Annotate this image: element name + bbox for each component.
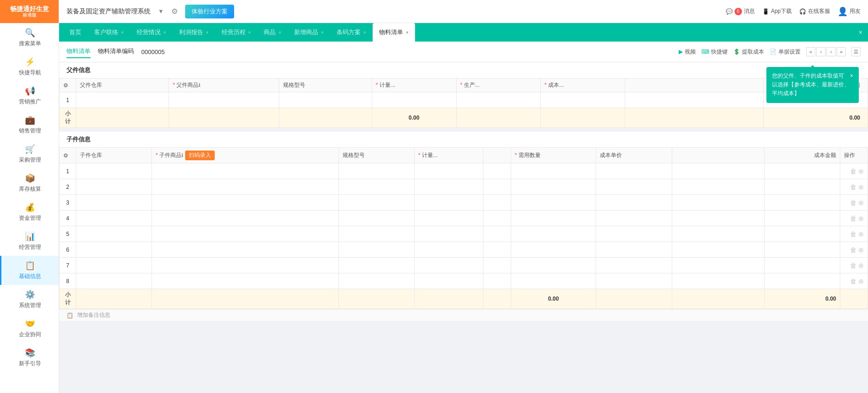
child-row-5-unit-price[interactable] (596, 226, 672, 242)
child-row-3-quantity[interactable] (511, 195, 596, 211)
delete-row-4-button[interactable]: 🗑 (850, 215, 856, 222)
parent-row-1-production[interactable] (456, 92, 541, 108)
sub-tab-bom-code[interactable]: 物料清单编码 (98, 45, 134, 58)
page-first-button[interactable]: « (806, 47, 815, 56)
sidebar-item-guide[interactable]: 📚 新手引导 (0, 343, 59, 372)
copy-row-1-button[interactable]: ⊕ (858, 168, 864, 175)
tab-barcode-close[interactable]: × (363, 30, 366, 35)
child-row-4-warehouse[interactable] (76, 211, 152, 226)
sidebar-item-system[interactable]: ⚙️ 系统管理 (0, 285, 59, 314)
child-row-2-warehouse[interactable] (76, 179, 152, 195)
delete-row-3-button[interactable]: 🗑 (850, 199, 856, 206)
child-row-2-unit-price[interactable] (596, 179, 672, 195)
child-row-8-unit[interactable] (414, 273, 483, 289)
tab-operations-status[interactable]: 经营情况 × (130, 23, 173, 42)
parent-col-settings[interactable]: ⚙ (60, 79, 76, 92)
child-row-8-warehouse[interactable] (76, 273, 152, 289)
copy-row-7-button[interactable]: ⊕ (858, 262, 864, 269)
shortcut-button[interactable]: ⌨ 快捷键 (701, 48, 728, 56)
sidebar-item-inventory[interactable]: 📦 库存核算 (0, 169, 59, 198)
child-row-1-spec[interactable] (338, 163, 414, 179)
child-row-6-quantity[interactable] (511, 242, 596, 258)
parent-row-1-goods[interactable] (169, 92, 279, 108)
child-row-5-spec[interactable] (338, 226, 414, 242)
tab-barcode[interactable]: 条码方案 × (330, 23, 373, 42)
child-row-5-goods[interactable] (152, 226, 338, 242)
child-row-7-quantity[interactable] (511, 258, 596, 273)
tab-home[interactable]: 首页 (63, 23, 88, 42)
scan-input-button[interactable]: 扫码录入 (185, 151, 215, 160)
child-row-1-unit[interactable] (414, 163, 483, 179)
copy-row-3-button[interactable]: ⊕ (858, 199, 864, 206)
try-solution-button[interactable]: 体验行业方案 (185, 5, 234, 18)
tab-goods[interactable]: 商品 × (257, 23, 288, 42)
child-row-8-goods[interactable] (152, 273, 338, 289)
tab-new-goods[interactable]: 新增商品 × (288, 23, 330, 42)
view-toggle-button[interactable]: ☰ (851, 47, 861, 56)
copy-row-5-button[interactable]: ⊕ (858, 230, 864, 238)
sidebar-item-sales[interactable]: 💼 销售管理 (0, 110, 59, 139)
video-button[interactable]: ▶ 视频 (679, 48, 696, 56)
page-next-button[interactable]: › (826, 47, 836, 56)
child-row-8-spec[interactable] (338, 273, 414, 289)
child-row-2-goods[interactable] (152, 179, 338, 195)
child-row-6-spec[interactable] (338, 242, 414, 258)
copy-row-4-button[interactable]: ⊕ (858, 215, 864, 222)
child-row-2-unit[interactable] (414, 179, 483, 195)
tab-operations-close[interactable]: × (163, 30, 166, 35)
child-row-4-spec[interactable] (338, 211, 414, 226)
app-download-button[interactable]: 📱 App下载 (762, 7, 792, 15)
close-all-tabs[interactable]: × (853, 29, 868, 36)
child-row-5-warehouse[interactable] (76, 226, 152, 242)
sidebar-item-basic-info[interactable]: 📋 基础信息 (0, 256, 59, 285)
child-row-3-spec[interactable] (338, 195, 414, 211)
cost-button[interactable]: 💲 提取成本 (733, 48, 764, 56)
child-row-8-unit-price[interactable] (596, 273, 672, 289)
sidebar-item-enterprise[interactable]: 🤝 企业协同 (0, 314, 59, 343)
tab-profit-close[interactable]: × (206, 30, 209, 35)
page-prev-button[interactable]: ‹ (816, 47, 826, 56)
parent-row-1-unit[interactable] (372, 92, 456, 108)
tab-goods-close[interactable]: × (278, 30, 281, 35)
online-service-button[interactable]: 🎧 在线客服 (799, 7, 830, 15)
child-row-5-unit[interactable] (414, 226, 483, 242)
gear-settings[interactable]: ⚙ (171, 7, 178, 16)
sidebar-item-purchase[interactable]: 🛒 采购管理 (0, 139, 59, 169)
child-row-6-goods[interactable] (152, 242, 338, 258)
tab-new-goods-close[interactable]: × (321, 30, 324, 35)
child-row-4-unit-price[interactable] (596, 211, 672, 226)
tab-bom-close[interactable]: × (406, 30, 409, 35)
sidebar-item-operations[interactable]: 📊 经营管理 (0, 227, 59, 256)
child-row-4-goods[interactable] (152, 211, 338, 226)
child-row-3-warehouse[interactable] (76, 195, 152, 211)
child-row-2-quantity[interactable] (511, 179, 596, 195)
child-row-3-goods[interactable] (152, 195, 338, 211)
child-row-7-unit-price[interactable] (596, 258, 672, 273)
child-row-1-goods[interactable] (152, 163, 338, 179)
copy-row-6-button[interactable]: ⊕ (858, 246, 864, 254)
parent-row-1-spec[interactable] (279, 92, 372, 108)
child-row-6-warehouse[interactable] (76, 242, 152, 258)
sub-tab-bom-list[interactable]: 物料清单 (66, 45, 90, 58)
child-row-6-unit-price[interactable] (596, 242, 672, 258)
child-row-2-spec[interactable] (338, 179, 414, 195)
child-row-1-quantity[interactable] (511, 163, 596, 179)
delete-row-1-button[interactable]: 🗑 (850, 168, 856, 175)
child-row-1-unit-price[interactable] (596, 163, 672, 179)
delete-row-6-button[interactable]: 🗑 (850, 246, 856, 254)
sidebar-item-marketing[interactable]: 📢 营销推广 (0, 81, 59, 110)
tab-history-close[interactable]: × (248, 30, 251, 35)
single-settings-button[interactable]: 📄 单据设置 (770, 48, 801, 56)
tab-history[interactable]: 经营历程 × (215, 23, 258, 42)
sidebar-item-quick-nav[interactable]: ⚡ 快捷导航 (0, 52, 59, 81)
child-row-7-unit[interactable] (414, 258, 483, 273)
tab-customers-close[interactable]: × (121, 30, 124, 35)
delete-row-2-button[interactable]: 🗑 (850, 183, 856, 191)
tab-customers[interactable]: 客户联络 × (88, 23, 130, 42)
child-row-5-quantity[interactable] (511, 226, 596, 242)
child-row-4-unit[interactable] (414, 211, 483, 226)
tab-profit[interactable]: 利润报告 × (173, 23, 215, 42)
page-last-button[interactable]: » (837, 47, 846, 56)
child-row-7-spec[interactable] (338, 258, 414, 273)
child-row-3-unit-price[interactable] (596, 195, 672, 211)
